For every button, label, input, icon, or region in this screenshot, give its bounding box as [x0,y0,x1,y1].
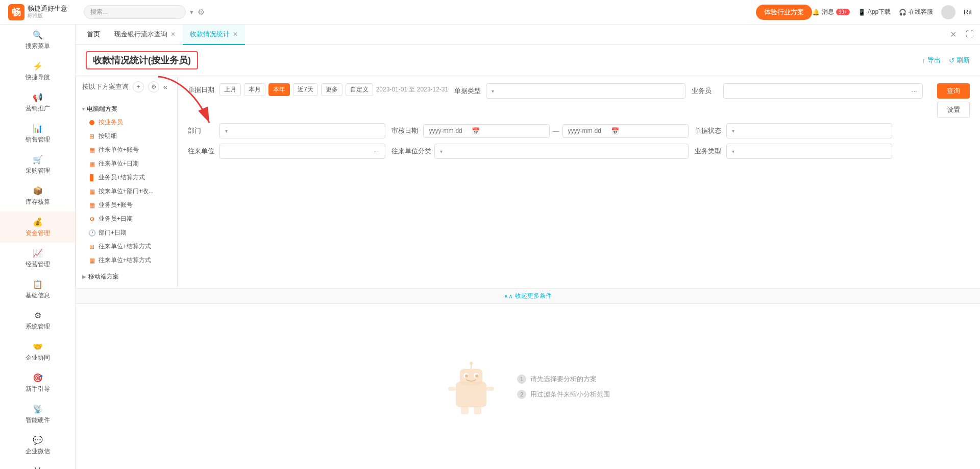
tab-maximize-icon[interactable]: ⛶ [964,28,976,41]
filter-fields: 单据日期 上月 本月 本年 近7天 更多 自定义 2023-01-01 至 20… [178,76,980,288]
scheme-item-dept-date[interactable]: 🕐 部门+日期 [76,226,177,240]
sidebar-item-inventory[interactable]: 📦 库存核算 [0,180,75,212]
grid2-icon: ⊞ [88,243,95,250]
scheme-desktop-category[interactable]: ▾ 电脑端方案 [76,103,177,115]
settings-button[interactable]: 设置 [937,102,970,118]
chevron-right-icon: ▶ [82,274,86,279]
tab-receipt-stats-close[interactable]: ✕ [233,31,238,38]
scheme-item-by-detail[interactable]: ⊞ 按明细 [76,129,177,143]
avatar[interactable] [941,5,955,19]
table5-icon: ▦ [88,257,95,264]
sidebar-item-guide[interactable]: 🎯 新手引导 [0,367,75,398]
counterpart-cat-select[interactable]: ▾ [434,144,688,159]
scheme-item-by-salesperson[interactable]: 按业务员 [76,115,177,129]
dept-select[interactable]: ▾ [219,123,385,138]
chevron-down-icon: ▾ [732,149,734,154]
review-date-start-input[interactable] [429,127,470,134]
logo-icon: 畅 [8,4,24,20]
salesperson-select[interactable]: ··· [723,83,923,99]
svg-rect-1 [456,382,486,407]
date-btn-last-month[interactable]: 上月 [219,83,241,96]
dept-label: 部门 [188,126,216,135]
sidebar-item-sales[interactable]: 📊 销售管理 [0,118,75,149]
sidebar-item-search-menu[interactable]: 🔍 搜索菜单 [0,25,75,56]
calendar-icon: 📅 [611,127,619,135]
page-header: 收款情况统计(按业务员) ↑ 导出 ↺ 刷新 [76,45,980,76]
scheme-settings-button[interactable]: ⚙ [148,81,159,92]
doc-status-select[interactable]: ▾ [726,123,892,138]
grid-icon: ⊞ [88,133,95,140]
tab-receipt-stats[interactable]: 收款情况统计 ✕ [183,25,245,45]
tab-home[interactable]: 首页 [80,25,107,45]
sidebar: 🔍 搜索菜单 ⚡ 快捷导航 📢 营销推广 📊 销售管理 🛒 采购管理 📦 库存核… [0,25,76,469]
vip-icon: V [33,466,43,469]
sidebar-item-vip[interactable]: V 畅会员 [0,461,75,469]
sidebar-item-quick-nav[interactable]: ⚡ 快捷导航 [0,56,75,87]
robot-illustration [446,361,497,412]
date-btn-more[interactable]: 更多 [321,83,342,96]
messages-button[interactable]: 🔔 消息 99+ [812,8,850,16]
review-date-end-input[interactable] [568,127,609,134]
chevron-down-icon: ▾ [225,128,228,134]
sidebar-item-purchase[interactable]: 🛒 采购管理 [0,149,75,180]
online-service-button[interactable]: 🎧 在线客服 [899,8,933,16]
doc-type-select[interactable]: ▾ [486,83,685,99]
review-date-end[interactable]: 📅 [562,124,689,138]
inventory-icon: 📦 [33,185,43,196]
date-btn-this-year[interactable]: 本年 [268,83,290,96]
counterpart-select[interactable]: ··· [219,144,385,159]
sidebar-item-smart-hw[interactable]: 📡 智能硬件 [0,398,75,430]
tip-text-2: 用过滤条件来缩小分析范围 [530,390,610,399]
app-download-button[interactable]: 📱 App下载 [858,8,891,16]
trial-button[interactable]: 体验行业方案 [756,5,812,20]
settings-gear-icon[interactable]: ⚙ [198,7,205,17]
sidebar-item-finance[interactable]: 💰 资金管理 [0,212,75,243]
tab-bank-flow[interactable]: 现金银行流水查询 ✕ [107,25,183,45]
scheme-item-client-account[interactable]: ▦ 往来单位+账号 [76,143,177,157]
tab-bank-flow-close[interactable]: ✕ [170,31,176,38]
sidebar-item-basic-info[interactable]: 📋 基础信息 [0,274,75,305]
sidebar-item-marketing[interactable]: 📢 营销推广 [0,87,75,118]
doc-type-label: 单据类型 [454,86,483,96]
headset-icon: 🎧 [899,9,906,16]
date-btn-7days[interactable]: 近7天 [293,83,318,96]
sidebar-item-system[interactable]: ⚙ 系统管理 [0,305,75,336]
sidebar-label: 智能硬件 [26,416,50,425]
scheme-mobile-category[interactable]: ▶ 移动端方案 [76,270,177,283]
sidebar-item-operation[interactable]: 📈 经营管理 [0,243,75,274]
scheme-item-salesperson-account[interactable]: ▦ 业务员+账号 [76,198,177,212]
top-search-box[interactable]: 搜索... [84,5,186,19]
dropdown-arrow-icon[interactable]: ▾ [190,8,193,16]
export-button[interactable]: ↑ 导出 [922,56,941,65]
sidebar-item-wechat[interactable]: 💬 企业微信 [0,430,75,461]
date-btn-custom[interactable]: 自定义 [346,83,373,96]
query-button[interactable]: 查询 [937,83,970,99]
calendar-icon: 📅 [472,127,480,135]
tab-close-all-icon[interactable]: ✕ [948,28,959,41]
scheme-item-salesperson-date[interactable]: ⚙ 业务员+日期 [76,212,177,226]
sidebar-item-enterprise[interactable]: 🤝 企业协同 [0,336,75,367]
scheme-item-client-settle[interactable]: ⊞ 往来单位+结算方式 [76,240,177,253]
scheme-item-client-dept[interactable]: ▦ 按来单位+部门+收... [76,184,177,198]
page-title-box: 收款情况统计(按业务员) [86,51,198,69]
collapse-row: ∧∧ 收起更多条件 [76,289,980,304]
refresh-button[interactable]: ↺ 刷新 [949,56,970,65]
refresh-icon: ↺ [949,57,954,64]
scheme-item-client-settle2[interactable]: ▦ 往来单位+结算方式 [76,253,177,267]
counterpart-more-icon[interactable]: ··· [374,147,380,155]
query-buttons: 查询 设置 [937,83,970,118]
scheme-collapse-button[interactable]: « [163,83,167,91]
collapse-button[interactable]: ∧∧ 收起更多条件 [504,292,552,300]
scheme-item-salesperson-settle[interactable]: ▊ 业务员+结算方式 [76,171,177,184]
marketing-icon: 📢 [33,92,43,102]
review-date-start[interactable]: 📅 [423,124,549,138]
more-options-icon[interactable]: ··· [911,87,917,95]
scheme-item-client-date[interactable]: ▦ 往来单位+日期 [76,157,177,171]
biz-type-select[interactable]: ▾ [726,144,892,159]
sidebar-label: 营销推广 [26,104,50,113]
tip-num-1: 1 [517,374,526,384]
scheme-add-button[interactable]: + [133,81,144,92]
svg-point-6 [475,374,478,378]
date-btn-this-month[interactable]: 本月 [244,83,265,96]
operation-icon: 📈 [33,248,43,258]
